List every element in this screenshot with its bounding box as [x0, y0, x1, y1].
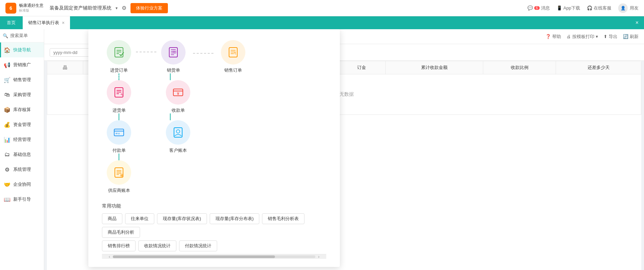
enterprise-icon: 🤝 [4, 181, 11, 188]
refresh-icon: 🔄 [623, 34, 628, 39]
sidebar-item-sales[interactable]: 🛒 销售管理 [0, 72, 44, 87]
sidebar-item-system[interactable]: ⚙ 系统管理 [0, 162, 44, 177]
experience-btn[interactable]: 体验行业方案 [130, 3, 168, 13]
flow-payment[interactable]: ¥ 付款单 [102, 120, 136, 154]
common-title: 常用功能 [102, 203, 326, 209]
tab-home[interactable]: 首页 [0, 16, 23, 29]
left-flow: 进货订单 [102, 40, 136, 194]
online-service-icon: 🎧 [587, 5, 592, 11]
sidebar-item-finance[interactable]: 💰 资金管理 [0, 117, 44, 132]
logo-icon: 6 [5, 3, 16, 14]
refresh-btn[interactable]: 🔄 刷新 [623, 34, 639, 40]
scroll-left-btn[interactable]: ‹ [109, 254, 110, 259]
export-btn[interactable]: ⬆ 导出 [604, 34, 617, 40]
print-btn[interactable]: 🖨 按模板打印 ▾ [567, 34, 598, 40]
common-functions: 常用功能 商品 往来单位 现存量(库存状况表) 现存量(库存分布表) 销售毛利分… [102, 203, 326, 251]
sidebar-item-enterprise[interactable]: 🤝 企业协同 [0, 177, 44, 192]
flow-customer-ledger[interactable]: 客户账本 [161, 120, 195, 154]
sales-invoice-circle [161, 40, 186, 65]
col-total-payment: 累计收款金额 [386, 61, 483, 74]
func-btn-partner[interactable]: 往来单位 [125, 213, 154, 224]
app-download-icon: 📱 [557, 5, 562, 11]
sidebar-item-operation-label: 经营管理 [13, 137, 31, 143]
flow-sales-invoice[interactable]: 销货单 [156, 40, 190, 73]
supplier-ledger-label: 供应商账本 [108, 187, 130, 194]
system-dropdown-btn[interactable]: ▾ [116, 6, 118, 11]
svg-point-33 [176, 130, 180, 133]
user-name: 用友 [630, 5, 639, 11]
system-icon: ⚙ [4, 166, 11, 173]
sales-icon: 🛒 [4, 76, 11, 83]
quick-nav-panel: 进货订单 [88, 29, 340, 267]
bottom-scrollbar: ‹ › [102, 254, 326, 259]
sidebar-item-newbie-label: 新手引导 [13, 196, 31, 202]
sidebar-item-quick-nav-label: 快捷导航 [13, 47, 31, 53]
sidebar-item-sales-label: 销售管理 [13, 77, 31, 83]
func-btn-product-gross[interactable]: 商品毛利分析 [102, 227, 140, 238]
scroll-right-btn[interactable]: › [318, 254, 319, 259]
sidebar-item-marketing[interactable]: 📢 营销推广 [0, 57, 44, 72]
purchase-icon: 🛍 [4, 91, 11, 98]
func-btn-sales-gross[interactable]: 销售毛利分析表 [262, 213, 304, 224]
sidebar-item-quick-nav[interactable]: 🏠 快捷导航 [0, 42, 44, 57]
col-deposit: 订金 [337, 61, 386, 74]
sidebar-search[interactable]: 🔍 搜索菜单 [0, 29, 44, 42]
sidebar-item-purchase-label: 采购管理 [13, 92, 31, 98]
header: 6 畅康通好生意 标准版 装备及固定资产辅助管理系统 ▾ ⚙ 体验行业方案 💬 … [0, 0, 644, 16]
settings-icon[interactable]: ⚙ [122, 5, 126, 11]
tab-sales-order-execution[interactable]: 销售订单执行表 × [23, 16, 70, 29]
sidebar-item-operation[interactable]: 📊 经营管理 [0, 132, 44, 147]
flow-diagram: 进货订单 [102, 40, 326, 194]
arrow-v1 [119, 73, 119, 80]
basic-icon: 🗂 [4, 151, 11, 158]
svg-text:¥: ¥ [118, 132, 120, 135]
func-btn-payment-stats[interactable]: 收款情况统计 [138, 240, 176, 251]
svg-rect-25 [229, 48, 237, 57]
top-right-row: 销货单 [156, 40, 250, 73]
col-days-remaining: 还差多少天 [556, 61, 641, 74]
online-service-item[interactable]: 🎧 在线客服 [587, 5, 611, 11]
header-right: 💬 6 消息 📱 App下载 🎧 在线客服 👤 用友 [527, 3, 639, 13]
message-item[interactable]: 💬 6 消息 [527, 5, 550, 11]
tab-bar: 首页 销售订单执行表 × × [0, 16, 644, 29]
main-layout: 🔍 搜索菜单 🏠 快捷导航 📢 营销推广 🛒 销售管理 🛍 采购管理 📦 库存核… [0, 29, 644, 270]
sidebar-item-purchase[interactable]: 🛍 采购管理 [0, 87, 44, 102]
supplier-ledger-circle: 账 [107, 160, 131, 185]
payment-circle: ¥ [107, 120, 131, 145]
h-arrows-col [136, 49, 156, 118]
flow-sales-order[interactable]: 销售订单 [216, 40, 250, 73]
flow-purchase-invoice[interactable]: 进货单 [102, 80, 136, 113]
func-btn-payment-out-stats[interactable]: 付款情况统计 [179, 240, 217, 251]
print-icon: 🖨 [567, 34, 571, 39]
purchase-invoice-label: 进货单 [112, 107, 126, 113]
help-icon: ❓ [545, 34, 551, 39]
payment-label: 付款单 [112, 147, 126, 154]
svg-rect-32 [174, 128, 182, 137]
export-icon: ⬆ [604, 34, 607, 39]
func-btn-product[interactable]: 商品 [102, 213, 122, 224]
func-btn-stock-dist[interactable]: 现存量(库存分布表) [210, 213, 260, 224]
dash-arrow-h1 [136, 52, 156, 52]
scroll-track[interactable] [113, 255, 315, 258]
right-flow: 销货单 [156, 40, 250, 154]
online-service-label: 在线客服 [594, 5, 611, 11]
help-btn[interactable]: ❓ 帮助 [545, 34, 561, 40]
tab-close-btn[interactable]: × [62, 20, 65, 25]
func-buttons-row1: 商品 往来单位 现存量(库存状况表) 现存量(库存分布表) 销售毛利分析表 商品… [102, 213, 326, 238]
func-btn-stock-status[interactable]: 现存量(库存状况表) [157, 213, 207, 224]
sidebar-item-inventory-label: 库存核算 [13, 107, 31, 113]
user-area[interactable]: 👤 用友 [618, 3, 639, 13]
sales-invoice-label: 销货单 [167, 67, 180, 73]
tab-close-main-btn[interactable]: × [636, 20, 639, 26]
func-btn-sales-ranking[interactable]: 销售排行榜 [102, 240, 136, 251]
flow-supplier-ledger[interactable]: 账 供应商账本 [102, 160, 136, 194]
dash-arrow-h2 [193, 53, 213, 54]
arrow-v3 [119, 154, 119, 160]
print-dropdown-icon: ▾ [596, 34, 598, 39]
app-download-item[interactable]: 📱 App下载 [557, 5, 580, 11]
flow-receipt[interactable]: ¥ 收款单 [161, 80, 195, 113]
sidebar-item-inventory[interactable]: 📦 库存核算 [0, 102, 44, 117]
flow-purchase-order[interactable]: 进货订单 [102, 40, 136, 73]
sidebar-item-basic[interactable]: 🗂 基础信息 [0, 147, 44, 162]
sidebar-item-newbie[interactable]: 📖 新手引导 [0, 192, 44, 207]
